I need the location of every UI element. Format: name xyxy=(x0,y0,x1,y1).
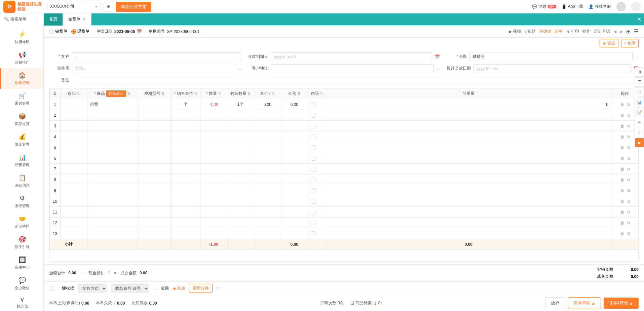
sidebar-item-enterprise[interactable]: 🤝 企业协同 xyxy=(0,212,43,232)
cell-quantity-2[interactable] xyxy=(200,121,227,131)
cell-spec-11[interactable] xyxy=(138,218,172,228)
cell-gift-6[interactable] xyxy=(308,164,326,174)
sidebar-search[interactable]: 🔍 搜索菜单 xyxy=(0,13,43,25)
operate-link[interactable]: 操作 xyxy=(582,29,591,34)
cell-gift-1[interactable] xyxy=(308,110,326,121)
save-new-button[interactable]: 保存&新增 ▲ xyxy=(604,298,639,309)
cell-packqty-1[interactable] xyxy=(227,110,254,121)
cell-spec-1[interactable] xyxy=(138,110,172,121)
copy-icon-11[interactable]: ⧉ xyxy=(627,221,630,225)
cell-barcode-3[interactable] xyxy=(61,131,87,142)
sidebar-item-member[interactable]: V 畅会员 xyxy=(0,294,43,311)
add-payment-button[interactable]: ● 添加 xyxy=(173,285,185,291)
list-view-icon[interactable]: ☰ xyxy=(634,28,639,35)
th-settings[interactable]: ⚙ xyxy=(50,88,61,99)
cell-product-2[interactable] xyxy=(87,121,138,131)
cell-barcode-12[interactable] xyxy=(61,228,87,239)
delete-icon-0[interactable]: 🗑 xyxy=(620,102,624,107)
settings-button[interactable]: ⚙ 设置 xyxy=(600,39,618,47)
calendar-icon[interactable]: 📅 xyxy=(137,29,142,34)
cell-product-3[interactable] xyxy=(87,131,138,142)
cell-spec-4[interactable] xyxy=(138,142,172,153)
copy-icon-0[interactable]: ⧉ xyxy=(627,102,630,107)
cell-packqty-6[interactable] xyxy=(227,164,254,174)
gift-checkbox-0[interactable] xyxy=(311,102,315,107)
cell-amount-12[interactable] xyxy=(281,228,308,239)
gift-checkbox-9[interactable] xyxy=(311,199,315,204)
nav-next-icon[interactable]: ▶ xyxy=(620,29,623,34)
right-btn-layout1[interactable]: ⊞ xyxy=(635,67,644,77)
customer-input[interactable]: ... xyxy=(72,52,241,61)
cell-quantity-7[interactable] xyxy=(200,174,227,185)
tab-home[interactable]: 首页 xyxy=(44,13,63,26)
gift-checkbox-8[interactable] xyxy=(311,188,315,193)
cell-gift-12[interactable] xyxy=(308,228,326,239)
cell-barcode-10[interactable] xyxy=(61,207,87,218)
cell-amount-9[interactable] xyxy=(281,196,308,207)
expense-button[interactable]: 费用分摊 xyxy=(189,284,213,293)
cell-barcode-9[interactable] xyxy=(61,196,87,207)
sort-product-icon[interactable]: ⇅ xyxy=(127,91,130,96)
help-circle-2[interactable]: ? xyxy=(113,301,116,306)
one-click-checkbox[interactable] xyxy=(49,286,54,291)
cell-packqty-2[interactable] xyxy=(227,121,254,131)
cell-unit-9[interactable] xyxy=(172,196,200,207)
cell-product-7[interactable] xyxy=(87,174,138,185)
sort-amount-icon[interactable]: ⇅ xyxy=(297,91,301,96)
customer-addr-input[interactable] xyxy=(271,64,434,73)
sidebar-item-system[interactable]: ⚙ 系统管理 xyxy=(0,191,43,212)
user-avatar[interactable] xyxy=(616,2,626,11)
cell-gift-9[interactable] xyxy=(308,196,326,207)
expected-date-input[interactable]: yyyy-mm-dd xyxy=(473,64,631,73)
abandon-button[interactable]: 放弃 xyxy=(545,297,565,309)
cell-amount-6[interactable] xyxy=(281,164,308,174)
gift-checkbox-2[interactable] xyxy=(311,124,315,128)
cell-product-0[interactable]: 拆货 xyxy=(87,99,138,110)
cell-amount-10[interactable] xyxy=(281,207,308,218)
tab-sales-order[interactable]: 销货单 ✕ xyxy=(63,13,91,26)
cell-unitprice-3[interactable] xyxy=(254,131,281,142)
right-btn-action[interactable]: ▶ xyxy=(635,138,644,147)
sidebar-item-marketing[interactable]: 📢 营销推广 xyxy=(0,48,43,68)
cell-unit-10[interactable] xyxy=(172,207,200,218)
sort-packqty-icon[interactable]: ⇅ xyxy=(248,91,251,96)
cell-spec-3[interactable] xyxy=(138,131,172,142)
message-button[interactable]: 💬 消息 99+ xyxy=(532,4,556,9)
sidebar-item-inventory[interactable]: 📦 库存核算 xyxy=(0,109,43,130)
payment-help-icon[interactable]: ? xyxy=(217,286,219,291)
cell-product-6[interactable] xyxy=(87,164,138,174)
cell-gift-10[interactable] xyxy=(308,207,326,218)
sort-gift-icon[interactable]: ⇅ xyxy=(320,91,323,96)
cell-gift-11[interactable] xyxy=(308,218,326,228)
cell-barcode-11[interactable] xyxy=(61,218,87,228)
cell-packqty-5[interactable] xyxy=(227,153,254,164)
cell-unitprice-10[interactable] xyxy=(254,207,281,218)
delete-icon-10[interactable]: 🗑 xyxy=(620,210,624,215)
sort-unit-icon[interactable]: ⇅ xyxy=(194,91,197,96)
copy-icon-1[interactable]: ⧉ xyxy=(627,113,630,118)
sidebar-item-wechat[interactable]: 💬 企业微信 xyxy=(0,273,43,294)
gift-checkbox-10[interactable] xyxy=(311,210,315,215)
cell-barcode-8[interactable] xyxy=(61,185,87,196)
cell-amount-0[interactable]: 0.00 xyxy=(281,99,308,110)
cell-amount-11[interactable] xyxy=(281,218,308,228)
cell-quantity-6[interactable] xyxy=(200,164,227,174)
payment-dots[interactable]: ... xyxy=(153,286,157,291)
cell-spec-7[interactable] xyxy=(138,174,172,185)
cell-unit-4[interactable] xyxy=(172,142,200,153)
cell-amount-7[interactable] xyxy=(281,174,308,185)
cell-unitprice-6[interactable] xyxy=(254,164,281,174)
sidebar-item-finance[interactable]: 💰 资金管理 xyxy=(0,130,43,150)
cell-barcode-7[interactable] xyxy=(61,174,87,185)
user-avatar-2[interactable] xyxy=(631,2,641,11)
cell-gift-5[interactable] xyxy=(308,153,326,164)
gift-checkbox-4[interactable] xyxy=(311,145,315,150)
company-selector[interactable]: XXXXXX公司 ▼ xyxy=(47,2,101,11)
cell-unitprice-12[interactable] xyxy=(254,228,281,239)
cell-barcode-5[interactable] xyxy=(61,153,87,164)
cell-product-9[interactable] xyxy=(87,196,138,207)
gift-checkbox-5[interactable] xyxy=(311,156,315,161)
help-link[interactable]: ? 帮助 xyxy=(524,29,536,34)
cell-unit-12[interactable] xyxy=(172,228,200,239)
salesperson-input[interactable]: 选择... xyxy=(72,64,235,73)
